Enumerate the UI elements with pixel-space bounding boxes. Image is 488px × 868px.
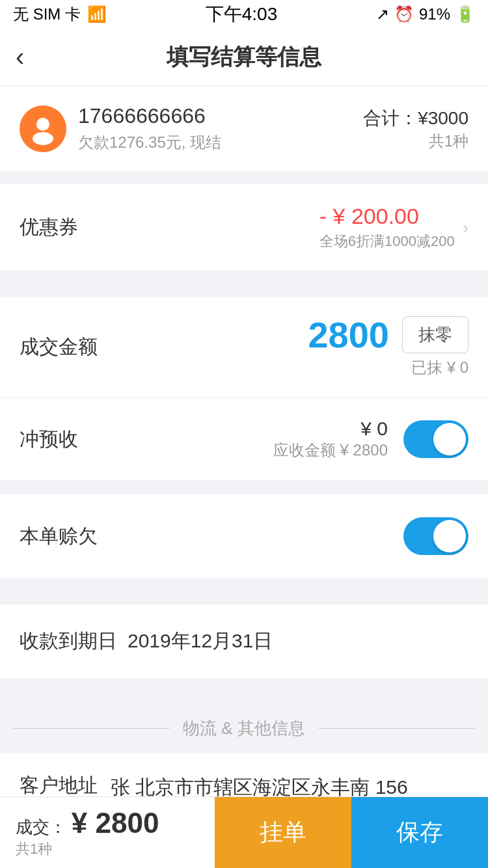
total-count: 共1种 [363, 131, 468, 152]
avatar [20, 105, 66, 152]
deal-amount-label: 成交金额 [20, 334, 98, 360]
logistics-divider: 物流 & 其他信息 [0, 704, 488, 753]
logistics-text: 物流 & 其他信息 [183, 717, 305, 740]
coupon-chevron-icon: › [463, 217, 468, 238]
back-button[interactable]: ‹ [16, 42, 24, 72]
deal-amount-section: 2800 抹零 已抹 ¥ 0 [308, 316, 468, 378]
customer-debt-info: 欠款1276.35元, 现结 [78, 132, 221, 153]
coupon-row[interactable]: 优惠券 - ¥ 200.00 全场6折满1000减200 › [0, 184, 488, 271]
total-label-amount: 合计：¥3000 [363, 106, 468, 131]
prepay-toggle[interactable] [403, 420, 468, 458]
bottom-amount: ¥ 2800 [72, 807, 159, 839]
already-rounded-text: 已抹 ¥ 0 [411, 357, 468, 378]
debt-row: 本单赊欠 [0, 494, 488, 578]
bottom-bar: 成交： ¥ 2800 共1种 挂单 保存 [0, 796, 488, 868]
due-date-row: 收款到期日 2019年12月31日 [0, 604, 488, 678]
page-title: 填写结算等信息 [167, 42, 321, 72]
customer-phone: 17666666666 [78, 104, 221, 128]
svg-point-0 [36, 118, 49, 131]
coupon-amount: - ¥ 200.00 [319, 204, 455, 229]
section-divider-2 [0, 481, 488, 494]
location-icon: ↗ [376, 5, 389, 23]
sim-status: 无 SIM 卡 [13, 4, 81, 25]
address-label: 客户地址 [20, 772, 98, 799]
status-bar: 无 SIM 卡 📶 下午4:03 ↗ ⏰ 91% 🔋 [0, 0, 488, 29]
section-divider-4 [0, 691, 488, 704]
customer-left: 17666666666 欠款1276.35元, 现结 [20, 104, 221, 153]
debt-label: 本单赊欠 [20, 523, 98, 550]
bottom-count: 共1种 [16, 839, 199, 859]
status-time: 下午4:03 [206, 2, 278, 27]
deal-amount-inner-row: 2800 抹零 [308, 316, 468, 353]
bottom-deal-row: 成交： ¥ 2800 [16, 807, 199, 839]
prepay-values: ¥ 0 应收金额 ¥ 2800 [273, 418, 388, 461]
coupon-label: 优惠券 [20, 214, 78, 241]
avatar-icon [27, 113, 59, 145]
logistics-line-right [318, 728, 475, 729]
coupon-right: - ¥ 200.00 全场6折满1000减200 › [319, 204, 468, 251]
total-label: 合计： [363, 108, 418, 128]
debt-toggle-knob [433, 520, 466, 552]
battery-level: 91% [419, 5, 450, 23]
hang-order-button[interactable]: 挂单 [215, 797, 351, 869]
prepay-right: ¥ 0 应收金额 ¥ 2800 [273, 418, 468, 461]
due-date-value: 2019年12月31日 [128, 628, 273, 655]
wifi-icon: 📶 [87, 5, 107, 23]
deal-amount-row: 成交金额 2800 抹零 已抹 ¥ 0 [0, 297, 488, 398]
toggle-knob [433, 423, 466, 455]
section-divider-1 [0, 284, 488, 297]
prepay-amount: ¥ 0 [360, 418, 388, 440]
bottom-deal-label: 成交： [16, 817, 66, 837]
deal-amount-value: 2800 [308, 317, 389, 353]
nav-bar: ‹ 填写结算等信息 [0, 29, 488, 86]
save-button[interactable]: 保存 [351, 797, 488, 869]
battery-icon: 🔋 [455, 5, 475, 23]
status-right: ↗ ⏰ 91% 🔋 [376, 5, 475, 23]
coupon-description: 全场6折满1000减200 [319, 232, 455, 251]
bottom-info: 成交： ¥ 2800 共1种 [0, 807, 215, 859]
prepay-label: 冲预收 [20, 426, 78, 453]
round-button[interactable]: 抹零 [402, 316, 468, 353]
content: 17666666666 欠款1276.35元, 现结 合计：¥3000 共1种 … [0, 86, 488, 868]
alarm-icon: ⏰ [394, 5, 414, 23]
prepay-row: 冲预收 ¥ 0 应收金额 ¥ 2800 [0, 398, 488, 481]
status-left: 无 SIM 卡 📶 [13, 4, 107, 25]
logistics-line-left [13, 728, 170, 729]
receivable-text: 应收金额 ¥ 2800 [273, 440, 388, 461]
debt-toggle[interactable] [403, 517, 468, 555]
svg-point-1 [33, 132, 53, 145]
customer-card: 17666666666 欠款1276.35元, 现结 合计：¥3000 共1种 [0, 86, 488, 171]
customer-totals: 合计：¥3000 共1种 [363, 106, 468, 152]
customer-info: 17666666666 欠款1276.35元, 现结 [78, 104, 221, 153]
total-amount: ¥3000 [418, 108, 468, 128]
section-divider-3 [0, 591, 488, 604]
due-date-label: 收款到期日 [20, 628, 117, 655]
